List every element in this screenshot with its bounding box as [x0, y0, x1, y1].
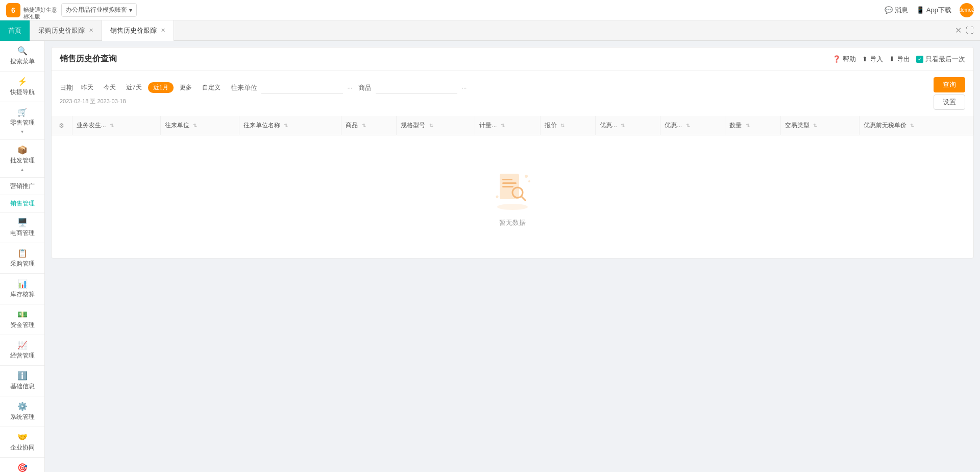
settings-button[interactable]: 设置: [934, 95, 965, 110]
app-selector[interactable]: 办公用品行业模拟账套 ▾: [61, 3, 137, 17]
tab-home[interactable]: 首页: [0, 20, 30, 41]
sidebar-label-quick-nav: 快捷导航: [10, 88, 35, 97]
sort-icon-partner-code: ⇅: [193, 123, 197, 128]
maximize-tab-action[interactable]: ⛶: [966, 26, 974, 35]
user-area[interactable]: demo2: [960, 3, 974, 17]
col-trade-type[interactable]: 交易类型 ⇅: [780, 116, 859, 135]
col-spec[interactable]: 规格型号 ⇅: [397, 116, 475, 135]
tab-sales-history[interactable]: 销售历史价跟踪 ✕: [102, 20, 174, 41]
date-btn-more[interactable]: 更多: [176, 82, 196, 93]
home-tab-label: 首页: [8, 26, 21, 35]
svg-rect-3: [502, 182, 517, 184]
sidebar-item-fund-mgmt[interactable]: 💵 资金管理: [0, 304, 44, 335]
sidebar-item-marketing-promo[interactable]: 营销推广: [0, 178, 44, 195]
query-button[interactable]: 查询: [934, 77, 965, 92]
svg-point-7: [525, 175, 528, 178]
import-icon: ⬆: [862, 55, 868, 63]
quick-nav-icon: ⚡: [17, 77, 28, 86]
col-discount1[interactable]: 优惠... ⇅: [595, 116, 660, 135]
svg-line-6: [521, 196, 525, 200]
col-pretax-price[interactable]: 优惠前无税单价 ⇅: [859, 116, 973, 135]
svg-point-0: [497, 204, 528, 210]
only-last-checkbox-label[interactable]: ✓ 只看最后一次: [916, 55, 965, 64]
sidebar-label-sales-mgmt: 销售管理: [10, 199, 35, 208]
filter-area: 日期 昨天 今天 近7天 近1月 更多 自定义: [52, 71, 973, 116]
tab-purchase-history[interactable]: 采购历史价跟踪 ✕: [30, 20, 102, 41]
svg-point-9: [496, 196, 499, 198]
sort-icon-biz-date: ⇅: [110, 123, 114, 128]
partner-dots[interactable]: ···: [347, 84, 352, 91]
purchase-tab-close[interactable]: ✕: [89, 27, 93, 34]
date-buttons: 昨天 今天 近7天 近1月 更多 自定义: [77, 82, 225, 93]
sidebar-label-basic-info: 基础信息: [10, 382, 35, 391]
partner-filter-group: 往来单位 ···: [231, 82, 352, 93]
import-action[interactable]: ⬆ 导入: [862, 55, 883, 64]
date-btn-7days[interactable]: 近7天: [122, 82, 146, 93]
page-header-actions: ❓ 帮助 ⬆ 导入 ⬇ 导出 ✓ 只看最后一次: [832, 55, 965, 64]
date-btn-today[interactable]: 今天: [100, 82, 120, 93]
sidebar-item-enterprise-coop[interactable]: 🤝 企业协同: [0, 427, 44, 458]
partner-label: 往来单位: [231, 83, 257, 92]
col-settings[interactable]: ⚙: [52, 116, 72, 135]
purchase-tab-label: 采购历史价跟踪: [38, 26, 85, 35]
col-quote[interactable]: 报价 ⇅: [540, 116, 595, 135]
app-download-action[interactable]: 📱 App下载: [916, 6, 951, 15]
goods-dots[interactable]: ···: [461, 84, 467, 91]
tab-bar-actions: ✕ ⛶: [955, 26, 980, 35]
sidebar-item-ecommerce-mgmt[interactable]: 🖥️ 电商管理: [0, 213, 44, 243]
col-unit[interactable]: 计量... ⇅: [475, 116, 540, 135]
page-title: 销售历史价查询: [60, 54, 117, 64]
message-action[interactable]: 💬 消息: [885, 6, 908, 15]
close-tab-action[interactable]: ✕: [955, 26, 962, 35]
logo-icon: 6: [6, 3, 20, 17]
data-table: ⚙ 业务发生... ⇅ 往来单位 ⇅ 往来单位名称: [52, 116, 973, 135]
sidebar-item-basic-info[interactable]: ℹ️ 基础信息: [0, 366, 44, 396]
date-btn-1month[interactable]: 近1月: [148, 82, 174, 93]
sidebar-item-system-mgmt[interactable]: ⚙️ 系统管理: [0, 396, 44, 427]
top-bar-left: 6 畅捷通好生意 标准版 办公用品行业模拟账套 ▾: [6, 0, 137, 20]
sidebar-label-marketing-promo: 营销推广: [10, 182, 35, 191]
sort-icon-quote: ⇅: [560, 123, 565, 128]
sidebar-item-inventory[interactable]: 📊 库存核算: [0, 274, 44, 304]
sidebar-item-retail-mgmt[interactable]: 🛒 零售管理 ▾: [0, 102, 44, 140]
col-qty[interactable]: 数量 ⇅: [725, 116, 780, 135]
col-biz-date[interactable]: 业务发生... ⇅: [72, 116, 160, 135]
sidebar-label-retail-mgmt: 零售管理: [10, 119, 35, 127]
sidebar-label-inventory: 库存核算: [10, 290, 35, 299]
sidebar-item-search-menu[interactable]: 🔍 搜索菜单: [0, 41, 44, 72]
sidebar-item-beginner-guide[interactable]: 🎯 新手引导: [0, 458, 44, 472]
col-discount2[interactable]: 优惠... ⇅: [660, 116, 725, 135]
sidebar-label-system-mgmt: 系统管理: [10, 413, 35, 421]
partner-input[interactable]: [261, 82, 343, 93]
sidebar-item-wholesale-mgmt[interactable]: 📦 批发管理 ▴: [0, 140, 44, 178]
page-content: 销售历史价查询 ❓ 帮助 ⬆ 导入 ⬇ 导出: [45, 41, 980, 472]
sidebar-item-sales-mgmt[interactable]: 销售管理: [0, 195, 44, 213]
goods-input[interactable]: [376, 82, 457, 93]
wholesale-icon: 📦: [17, 145, 28, 155]
btn-area: 查询 设置: [934, 77, 965, 110]
date-range-display: 2023-02-18 至 2023-03-18: [60, 98, 925, 105]
date-btn-custom[interactable]: 自定义: [198, 82, 225, 93]
sidebar-item-ops-mgmt[interactable]: 📈 经营管理: [0, 335, 44, 366]
sidebar-item-purchase-mgmt[interactable]: 📋 采购管理: [0, 243, 44, 274]
purchase-icon: 📋: [17, 248, 28, 258]
help-icon: ❓: [832, 55, 841, 63]
col-partner-name[interactable]: 往来单位名称 ⇅: [239, 116, 341, 135]
retail-icon: 🛒: [17, 107, 28, 117]
date-btn-yesterday[interactable]: 昨天: [77, 82, 97, 93]
sidebar-item-quick-nav[interactable]: ⚡ 快捷导航: [0, 72, 44, 102]
search-icon: 🔍: [17, 46, 28, 56]
sales-tab-close[interactable]: ✕: [161, 27, 165, 34]
empty-icon: [489, 166, 535, 212]
empty-text: 暂无数据: [499, 218, 526, 227]
sort-icon-trade-type: ⇅: [813, 123, 817, 128]
sort-icon-partner-name: ⇅: [284, 123, 288, 128]
basic-info-icon: ℹ️: [17, 371, 28, 381]
help-action[interactable]: ❓ 帮助: [832, 55, 856, 64]
col-goods[interactable]: 商品 ⇅: [341, 116, 397, 135]
table-header-row: ⚙ 业务发生... ⇅ 往来单位 ⇅ 往来单位名称: [52, 116, 973, 135]
page-header: 销售历史价查询 ❓ 帮助 ⬆ 导入 ⬇ 导出: [52, 48, 973, 71]
chevron-down-icon: ▾: [129, 7, 132, 14]
export-action[interactable]: ⬇ 导出: [889, 55, 910, 64]
col-partner-code[interactable]: 往来单位 ⇅: [160, 116, 239, 135]
